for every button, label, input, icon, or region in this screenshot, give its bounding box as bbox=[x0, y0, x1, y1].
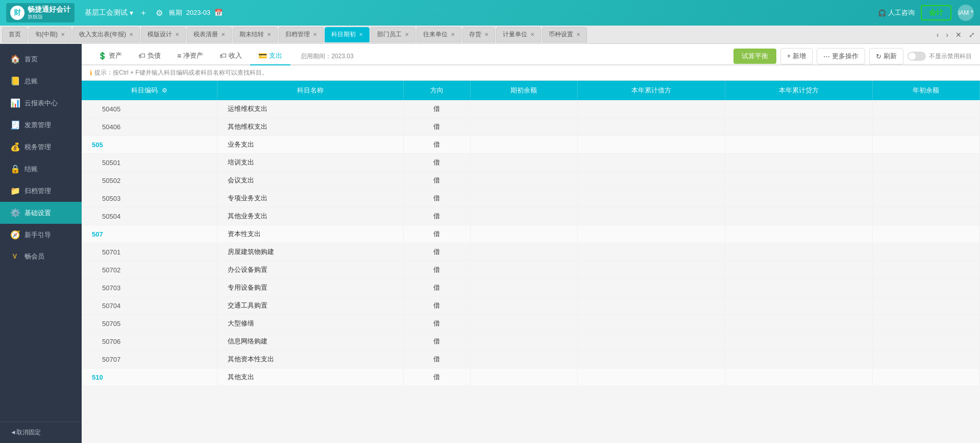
tab-close-subject-init[interactable]: ✕ bbox=[359, 32, 363, 37]
toggle-disabled-container: 不显示禁用科目 bbox=[908, 52, 972, 61]
tab-dept-emp[interactable]: 部门员工 ✕ bbox=[371, 27, 415, 42]
sidebar-item-ledger[interactable]: 📒 总账 bbox=[0, 70, 82, 92]
tab-close-mid[interactable]: ✕ bbox=[61, 32, 65, 37]
hint-bar: ℹ 提示：按Ctrl + F键并输入科目编码或者科目名称可以查找科目。 bbox=[82, 65, 980, 81]
cell-credit bbox=[725, 297, 872, 315]
tab-close-period-end[interactable]: ✕ bbox=[267, 32, 271, 37]
tab-close-inventory[interactable]: ✕ bbox=[484, 32, 488, 37]
tab-close-currency[interactable]: ✕ bbox=[576, 32, 580, 37]
table-row: 50405 运维维权支出 借 bbox=[82, 100, 980, 118]
cell-name: 业务支出 bbox=[217, 136, 403, 154]
sidebar-item-tax[interactable]: 💰 税务管理 bbox=[0, 136, 82, 158]
sidebar-item-member[interactable]: V 畅会员 bbox=[0, 246, 82, 267]
asset-icon: 💲 bbox=[98, 52, 107, 60]
add-company-btn[interactable]: ＋ bbox=[137, 6, 150, 20]
cell-name: 会议支出 bbox=[217, 172, 403, 190]
tab-close-template[interactable]: ✕ bbox=[175, 32, 179, 37]
cell-balance bbox=[470, 315, 577, 333]
cell-code: 50405 bbox=[82, 100, 217, 118]
refresh-icon: ↻ bbox=[876, 53, 881, 60]
sidebar-item-close[interactable]: 🔒 结账 bbox=[0, 158, 82, 180]
cell-credit bbox=[725, 368, 872, 386]
cell-direction: 借 bbox=[403, 154, 470, 172]
cell-name: 房屋建筑物购建 bbox=[217, 243, 403, 261]
add-btn[interactable]: + 新增 bbox=[780, 48, 813, 64]
more-btn[interactable]: ⋯ 更多操作 bbox=[817, 48, 865, 64]
user-avatar[interactable]: iAM * bbox=[958, 5, 974, 21]
col-settings-icon[interactable]: ⚙ bbox=[162, 87, 167, 94]
table-row: 50503 专项业务支出 借 bbox=[82, 190, 980, 207]
sub-tab-liability[interactable]: 🏷 负债 bbox=[130, 48, 169, 65]
support-btn[interactable]: 🎧 人工咨询 bbox=[878, 8, 915, 17]
cell-debit bbox=[577, 297, 725, 315]
cell-year-balance bbox=[872, 368, 979, 386]
sidebar-item-reports[interactable]: 📊 云报表中心 bbox=[0, 92, 82, 114]
tab-close-all-btn[interactable]: ✕ bbox=[952, 29, 965, 41]
cell-debit bbox=[577, 172, 725, 190]
sidebar-item-home[interactable]: 🏠 首页 bbox=[0, 48, 82, 70]
cell-balance bbox=[470, 279, 577, 297]
tab-prev-btn[interactable]: ‹ bbox=[934, 29, 942, 41]
settings-btn[interactable]: ⚙ bbox=[154, 6, 165, 20]
home-icon: 🏠 bbox=[10, 54, 19, 64]
tab-close-dept-emp[interactable]: ✕ bbox=[405, 32, 409, 37]
table-row: 50707 其他资本性支出 借 bbox=[82, 351, 980, 368]
cell-credit bbox=[725, 351, 872, 368]
tab-close-archive-mgmt[interactable]: ✕ bbox=[313, 32, 317, 37]
company-name[interactable]: 基层工会测试 ▾ bbox=[85, 8, 133, 17]
table-row: 50704 交通工具购置 借 bbox=[82, 297, 980, 315]
cell-direction: 借 bbox=[403, 172, 470, 190]
cell-balance bbox=[470, 172, 577, 190]
cell-year-balance bbox=[872, 315, 979, 333]
tab-close-tax[interactable]: ✕ bbox=[221, 32, 225, 37]
cell-direction: 借 bbox=[403, 136, 470, 154]
tab-expand-btn[interactable]: ⤢ bbox=[966, 29, 978, 41]
cell-year-balance bbox=[872, 279, 979, 297]
tab-mid[interactable]: 旬(中期) ✕ bbox=[29, 27, 71, 42]
sidebar-item-guide[interactable]: 🧭 新手引导 bbox=[0, 224, 82, 246]
tab-period-end[interactable]: 期末结转 ✕ bbox=[233, 27, 278, 42]
sidebar-collapse-btn[interactable]: ◄取消固定 bbox=[0, 422, 82, 443]
table-scroll[interactable]: 科目编码 ⚙ 科目名称 方向 期初余额 本年累计借方 本年累计贷方 年初余额 bbox=[82, 81, 980, 443]
sidebar-item-invoice[interactable]: 🧾 发票管理 bbox=[0, 114, 82, 136]
tab-inventory[interactable]: 存货 ✕ bbox=[462, 27, 495, 42]
tab-home[interactable]: 首页 bbox=[2, 27, 28, 42]
calendar-icon[interactable]: 📅 bbox=[214, 9, 223, 16]
sub-tab-asset[interactable]: 💲 资产 bbox=[90, 48, 130, 65]
tab-unit-measure[interactable]: 计量单位 ✕ bbox=[496, 27, 541, 42]
tab-next-btn[interactable]: › bbox=[943, 29, 951, 41]
sub-tab-income[interactable]: 🏷 收入 bbox=[211, 48, 250, 65]
cell-debit bbox=[577, 333, 725, 351]
tab-annual[interactable]: 收入支出表(年报) ✕ bbox=[72, 27, 140, 42]
tab-archive-mgmt[interactable]: 归档管理 ✕ bbox=[279, 27, 324, 42]
tab-currency[interactable]: 币种设置 ✕ bbox=[542, 27, 587, 42]
dropdown-icon[interactable]: ▾ bbox=[130, 9, 133, 17]
tab-template[interactable]: 模版设计 ✕ bbox=[141, 27, 186, 42]
logo-icon: 财 bbox=[10, 6, 24, 20]
toggle-disabled-switch[interactable] bbox=[908, 52, 926, 61]
accounting-btn[interactable]: 会计 bbox=[921, 5, 951, 20]
cell-credit bbox=[725, 207, 872, 225]
sidebar-item-basic[interactable]: ⚙️ 基础设置 bbox=[0, 202, 82, 224]
sub-tab-expense[interactable]: 💳 支出 bbox=[250, 48, 290, 65]
cell-name: 其他资本性支出 bbox=[217, 351, 403, 368]
cell-debit bbox=[577, 243, 725, 261]
cell-credit bbox=[725, 136, 872, 154]
cell-balance bbox=[470, 118, 577, 136]
cell-name: 其他维权支出 bbox=[217, 118, 403, 136]
tab-subject-init[interactable]: 科目期初 ✕ bbox=[325, 27, 370, 42]
refresh-btn[interactable]: ↻ 刷新 bbox=[869, 48, 903, 64]
sub-tab-net-asset[interactable]: ≡ 净资产 bbox=[169, 48, 211, 65]
table-row: 50705 大型修缮 借 bbox=[82, 315, 980, 333]
table-row: 50501 培训支出 借 bbox=[82, 154, 980, 172]
logo-area[interactable]: 财 畅捷通好会计 旗舰版 bbox=[6, 3, 75, 23]
balance-btn[interactable]: 试算平衡 bbox=[733, 49, 776, 64]
sidebar-item-archive[interactable]: 📁 归档管理 bbox=[0, 180, 82, 202]
tab-close-unit-measure[interactable]: ✕ bbox=[530, 32, 534, 37]
tab-close-clients[interactable]: ✕ bbox=[451, 32, 455, 37]
tab-tax[interactable]: 税表清册 ✕ bbox=[187, 27, 232, 42]
tab-close-annual[interactable]: ✕ bbox=[129, 32, 133, 37]
tab-clients[interactable]: 往来单位 ✕ bbox=[416, 27, 461, 42]
cell-year-balance bbox=[872, 333, 979, 351]
cell-balance bbox=[470, 333, 577, 351]
